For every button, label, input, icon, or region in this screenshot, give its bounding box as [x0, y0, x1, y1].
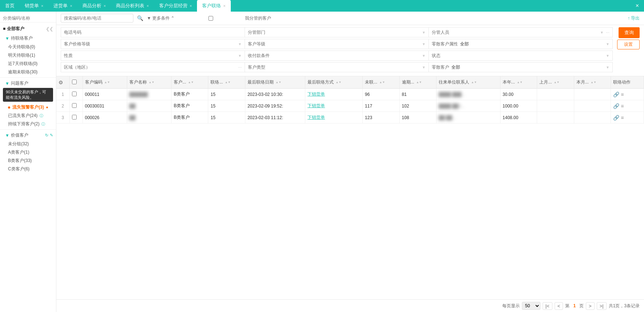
sidebar-item-ungrouped[interactable]: 未分组(32) — [0, 140, 56, 148]
row-select-0[interactable] — [72, 92, 77, 96]
sidebar-section-value[interactable]: ▼ 价值客户 ↻ ✎ — [0, 131, 56, 140]
retail-attr-select[interactable]: 全部 ▼ — [460, 41, 609, 47]
last-page-button[interactable]: >| — [597, 302, 607, 310]
sidebar: 🔍 ■ 全部客户 ❮❮ ▼ 待联络客户 今天待联络(0) 明天待联络(1) 近7… — [0, 12, 56, 312]
tab-analysis[interactable]: 商品分析 × — [77, 0, 111, 12]
sidebar-item-7days[interactable]: 近7天待联络(0) — [0, 60, 56, 68]
row-code-1: 00030031 — [82, 100, 127, 112]
th-company-contact: 往来单位联系人 ▲▼ — [436, 76, 500, 89]
tab-sales-close[interactable]: × — [41, 4, 43, 8]
sidebar-item-churn-warning[interactable]: 流失预警客户(3) ● — [0, 103, 56, 112]
phone-input[interactable] — [84, 30, 242, 35]
row-last-method-0[interactable]: 下销货单 — [305, 89, 363, 100]
current-page: 1 — [572, 303, 577, 308]
sidebar-section-pending[interactable]: ▼ 待联络客户 — [0, 34, 56, 43]
sidebar-section-churn[interactable]: ▼ 问题客户 — [0, 79, 56, 88]
customer-type-select[interactable]: ▼ — [267, 65, 426, 69]
filter-dept: 分管部门 ▼ — [245, 27, 428, 37]
action-menu-icon-2[interactable]: ≡ — [621, 115, 624, 121]
query-button[interactable]: 查询 — [619, 27, 640, 38]
code-sort-icon[interactable]: ▲▼ — [104, 81, 110, 84]
filter-row-1: 电话号码 分管部门 ▼ 分管人员 — [61, 27, 613, 37]
my-customers-checkbox[interactable] — [178, 16, 243, 21]
sidebar-item-already-churned[interactable]: 已流失客户(24) ⓘ — [0, 112, 56, 120]
person-select[interactable]: ▼ — [451, 31, 604, 35]
tab-customer-link[interactable]: 客户联络 × — [197, 0, 230, 12]
value-edit-icon[interactable]: ✎ — [50, 133, 53, 138]
tab-analysis-close[interactable]: × — [104, 4, 106, 8]
setting-button[interactable]: 设置 — [617, 40, 640, 49]
my-customers-checkbox-label[interactable]: 我分管的客户 — [178, 15, 271, 21]
this-year-sort-icon[interactable]: ▲▼ — [517, 81, 523, 84]
type-sort-icon[interactable]: ▲▼ — [188, 81, 194, 84]
sidebar-item-class-c[interactable]: C类客户(6) — [0, 165, 56, 173]
person-dots[interactable]: ··· — [606, 30, 609, 35]
row-last-method-2[interactable]: 下销货单 — [305, 112, 363, 123]
last-date-sort-icon[interactable]: ▲▼ — [275, 81, 281, 84]
retail-select[interactable]: 全部 ▼ — [451, 64, 609, 70]
sidebar-item-class-a[interactable]: A类客户(1) — [0, 148, 56, 157]
sidebar-search-input[interactable] — [3, 16, 56, 21]
sidebar-item-tomorrow[interactable]: 明天待联络(1) — [0, 51, 56, 60]
per-page-select[interactable]: 50 100 — [522, 302, 540, 310]
first-page-button[interactable]: |< — [543, 302, 552, 310]
contact-sort-icon[interactable]: ▲▼ — [225, 81, 231, 84]
price-level-select[interactable]: ▼ — [92, 42, 242, 46]
row-last-method-1[interactable]: 下销货单 — [305, 100, 363, 112]
tab-analysis-list-close[interactable]: × — [146, 4, 149, 8]
search-input[interactable] — [61, 14, 133, 23]
nature-select[interactable]: ▼ — [75, 54, 242, 58]
sidebar-item-overdue[interactable]: 逾期未联络(30) — [0, 68, 56, 76]
value-refresh-icon[interactable]: ↻ — [45, 133, 48, 138]
retail-label: 零散客户 — [432, 64, 449, 70]
search-button[interactable]: 🔍 — [137, 15, 143, 21]
dept-select[interactable]: ▼ — [267, 31, 426, 35]
next-page-button[interactable]: > — [586, 302, 595, 310]
dept-label: 分管部门 — [248, 29, 265, 36]
this-month-sort-icon[interactable]: ▲▼ — [591, 81, 596, 84]
action-link-icon-0[interactable]: 🔗 — [613, 92, 619, 97]
tab-customer-tier[interactable]: 客户分层经营 × — [154, 0, 197, 12]
tab-customer-link-close[interactable]: × — [223, 4, 225, 8]
status-select[interactable]: ▼ — [443, 54, 609, 58]
warning-icon: ● — [46, 105, 48, 109]
action-menu-icon-1[interactable]: ≡ — [621, 103, 624, 109]
tab-purchase-close[interactable]: × — [70, 4, 72, 8]
select-all-checkbox[interactable] — [72, 80, 77, 84]
window-close-button[interactable]: × — [631, 3, 644, 9]
payment-chevron: ▼ — [422, 54, 426, 58]
filter-bar: 🔍 ▼ 更多条件 ⌃ 我分管的客户 ↑ 导出 — [56, 12, 644, 25]
region-dots[interactable]: ··· — [238, 65, 242, 70]
all-customers-header[interactable]: ■ 全部客户 ❮❮ — [0, 24, 56, 34]
tab-purchase[interactable]: 进货单 × — [48, 0, 77, 12]
column-settings-icon[interactable]: ⚙ — [59, 80, 63, 85]
tab-home[interactable]: 首页 — [0, 0, 20, 12]
customer-level-select[interactable]: ▼ — [267, 42, 426, 46]
uncontacted-sort-icon[interactable]: ▲▼ — [379, 81, 385, 84]
action-menu-icon-0[interactable]: ≡ — [621, 92, 624, 97]
overdue-sort-icon[interactable]: ▲▼ — [416, 81, 422, 84]
row-overdue-2: 108 — [399, 112, 436, 123]
action-link-icon-1[interactable]: 🔗 — [613, 103, 619, 109]
th-code: 客户编码 ▲▼ — [82, 76, 127, 89]
prev-page-button[interactable]: < — [555, 302, 563, 310]
last-month-sort-icon[interactable]: ▲▼ — [554, 81, 560, 84]
export-button[interactable]: ↑ 导出 — [628, 15, 640, 21]
sidebar-item-declining[interactable]: 持续下滑客户(2) ⓘ — [0, 120, 56, 128]
row-select-2[interactable] — [72, 115, 77, 119]
row-select-1[interactable] — [72, 103, 77, 108]
sidebar-item-today[interactable]: 今天待联络(0) — [0, 43, 56, 51]
action-link-icon-2[interactable]: 🔗 — [613, 115, 619, 121]
sidebar-item-class-b[interactable]: B类客户(33) — [0, 157, 56, 165]
more-conditions-button[interactable]: ▼ 更多条件 ⌃ — [147, 15, 174, 21]
company-sort-icon[interactable]: ▲▼ — [471, 81, 477, 84]
tab-analysis-list[interactable]: 商品分析列表 × — [111, 0, 154, 12]
tab-sales[interactable]: 销货单 × — [20, 0, 48, 12]
pending-section-label: 待联络客户 — [11, 35, 33, 41]
payment-select[interactable]: ▼ — [272, 54, 426, 58]
row-overdue-0: 81 — [399, 89, 436, 100]
last-method-sort-icon[interactable]: ▲▼ — [336, 81, 342, 84]
name-sort-icon[interactable]: ▲▼ — [149, 81, 154, 84]
tab-customer-tier-close[interactable]: × — [190, 4, 192, 8]
region-label: 区域（地区） — [64, 64, 90, 70]
